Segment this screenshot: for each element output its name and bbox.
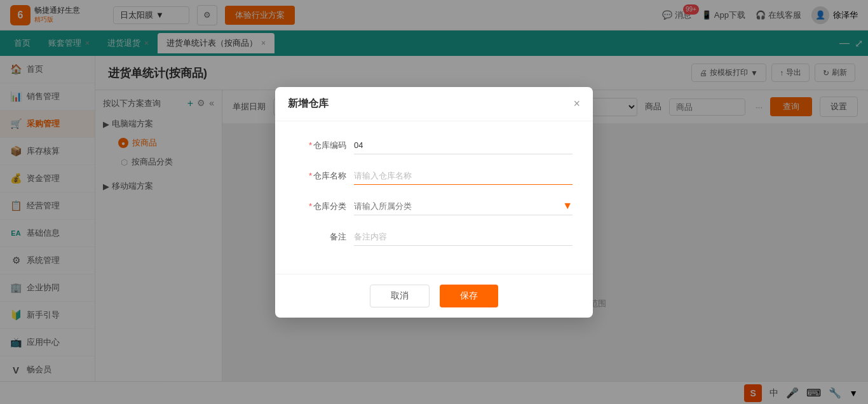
dialog-close-button[interactable]: × <box>573 97 580 111</box>
dialog-footer: 取消 保存 <box>275 274 593 318</box>
dialog-header: 新增仓库 × <box>275 87 593 121</box>
cancel-button[interactable]: 取消 <box>370 285 430 307</box>
form-row-category: 仓库分类 ▼ <box>295 198 573 215</box>
dialog-body: 仓库编码 仓库名称 仓库分类 ▼ 备注 <box>275 121 593 274</box>
save-button[interactable]: 保存 <box>440 285 498 307</box>
category-label: 仓库分类 <box>295 201 346 212</box>
form-row-note: 备注 <box>295 228 573 246</box>
new-warehouse-dialog: 新增仓库 × 仓库编码 仓库名称 仓库分类 ▼ <box>275 87 593 318</box>
name-label: 仓库名称 <box>295 170 346 182</box>
form-row-name: 仓库名称 <box>295 167 573 185</box>
category-select-wrapper: ▼ <box>354 198 573 215</box>
category-dropdown-icon[interactable]: ▼ <box>562 200 573 212</box>
code-label: 仓库编码 <box>295 140 346 151</box>
code-input[interactable] <box>354 137 573 154</box>
modal-overlay: 新增仓库 × 仓库编码 仓库名称 仓库分类 ▼ <box>0 0 868 404</box>
note-input[interactable] <box>354 228 573 246</box>
dialog-title: 新增仓库 <box>288 97 329 111</box>
form-row-code: 仓库编码 <box>295 137 573 154</box>
name-input[interactable] <box>354 167 573 185</box>
category-input[interactable] <box>354 198 562 215</box>
note-label: 备注 <box>295 231 346 243</box>
